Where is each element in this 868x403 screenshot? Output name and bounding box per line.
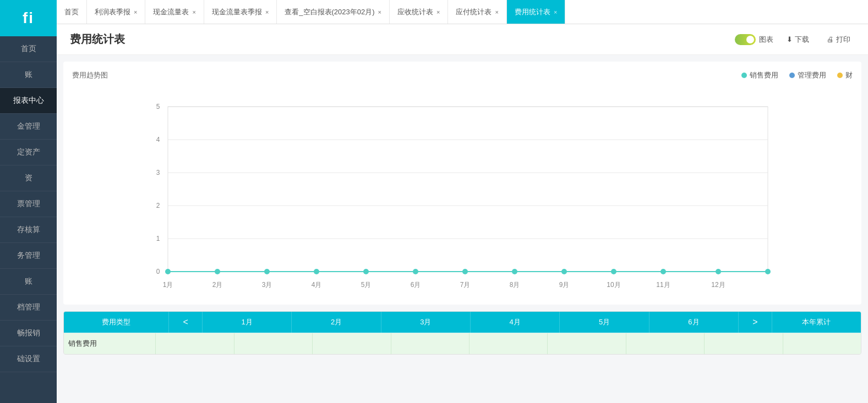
- download-label: 下载: [795, 35, 809, 45]
- svg-text:11月: 11月: [656, 281, 670, 289]
- td-m1: [234, 333, 313, 354]
- chart-svg-wrap: 5 4 3 2 1 0: [72, 85, 853, 296]
- print-button[interactable]: 🖨 打印: [822, 32, 855, 47]
- td-yearly: [783, 333, 861, 354]
- svg-point-24: [716, 269, 721, 274]
- svg-point-14: [215, 269, 220, 274]
- tab-expense[interactable]: 费用统计表 ×: [507, 0, 565, 24]
- legend-admin: 管理费用: [789, 70, 826, 80]
- svg-text:1月: 1月: [163, 281, 173, 289]
- td-m6: [626, 333, 705, 354]
- sidebar-item-assets[interactable]: 定资产: [0, 140, 57, 165]
- svg-text:12月: 12月: [711, 281, 725, 289]
- col-month-6: 6月: [649, 312, 739, 333]
- svg-text:4: 4: [156, 136, 160, 143]
- tab-close-profit-quarter[interactable]: ×: [134, 9, 137, 15]
- svg-text:10月: 10月: [607, 281, 620, 289]
- td-expense-type: 销售费用: [64, 333, 156, 354]
- svg-point-13: [165, 269, 171, 274]
- td-m5: [548, 333, 626, 354]
- sidebar: fi 首页 账 报表中心 金管理 定资产 资 票管理 存核算 务管理 账 档管理…: [0, 0, 57, 403]
- main-area: 首页 利润表季报 × 现金流量表 × 现金流量表季报 × 查看_空白报表(202…: [57, 0, 868, 403]
- svg-point-19: [462, 269, 468, 274]
- col-month-4: 4月: [471, 312, 560, 333]
- tab-cashflow[interactable]: 现金流量表 ×: [145, 0, 204, 24]
- sidebar-logo: fi: [0, 0, 57, 36]
- nav-prev-button[interactable]: <: [169, 312, 203, 333]
- chart-legend: 销售费用 管理费用 财: [741, 70, 853, 80]
- svg-point-16: [314, 269, 319, 274]
- legend-label-sales: 销售费用: [750, 70, 778, 80]
- chart-toggle[interactable]: [735, 34, 756, 45]
- chart-container: 费用趋势图 销售费用 管理费用 财: [63, 62, 861, 305]
- legend-dot-sales: [741, 73, 747, 78]
- sidebar-item-expense[interactable]: 畅报销: [0, 321, 57, 346]
- chart-toggle-label: 图表: [759, 35, 773, 45]
- table-header: 费用类型 < 1月 2月 3月 4月 5月 6月: [64, 312, 861, 333]
- svg-point-15: [264, 269, 270, 274]
- header-actions: 图表 ⬇ 下载 🖨 打印: [735, 32, 855, 47]
- tab-close-blank-report[interactable]: ×: [378, 9, 381, 15]
- sidebar-item-finance[interactable]: 金管理: [0, 114, 57, 140]
- svg-text:0: 0: [156, 268, 160, 275]
- tab-payable[interactable]: 应付统计表 ×: [448, 0, 506, 24]
- sidebar-item-settings[interactable]: 础设置: [0, 346, 57, 372]
- tab-profit-quarter[interactable]: 利润表季报 ×: [87, 0, 145, 24]
- chart-header: 费用趋势图 销售费用 管理费用 财: [72, 70, 853, 80]
- page-header: 费用统计表 图表 ⬇ 下载 🖨 打印: [57, 24, 868, 55]
- trend-chart: 5 4 3 2 1 0: [72, 85, 853, 294]
- svg-point-18: [413, 269, 418, 274]
- tab-close-cashflow[interactable]: ×: [192, 9, 195, 15]
- tab-close-receivable[interactable]: ×: [436, 9, 440, 15]
- svg-point-21: [561, 269, 567, 274]
- sidebar-item-archive[interactable]: 档管理: [0, 295, 57, 321]
- tab-cashflow-quarter[interactable]: 现金流量表季报 ×: [204, 0, 277, 24]
- svg-text:3: 3: [156, 169, 160, 176]
- nav-next-button[interactable]: >: [739, 312, 772, 333]
- tab-close-cashflow-quarter[interactable]: ×: [265, 9, 269, 15]
- sidebar-item-bills[interactable]: 票管理: [0, 191, 57, 217]
- expense-table: 费用类型 < 1月 2月 3月 4月 5月 6月: [63, 311, 861, 355]
- sidebar-item-funds[interactable]: 资: [0, 165, 57, 191]
- tab-close-payable[interactable]: ×: [495, 9, 498, 15]
- legend-sales: 销售费用: [741, 70, 778, 80]
- sidebar-item-services[interactable]: 务管理: [0, 243, 57, 269]
- page-title: 费用统计表: [70, 32, 125, 47]
- td-m1-nav: [156, 333, 234, 354]
- td-nav-next: [705, 333, 783, 354]
- sidebar-item-account[interactable]: 账: [0, 62, 57, 88]
- sidebar-item-reports[interactable]: 报表中心: [0, 88, 57, 114]
- legend-label-admin: 管理费用: [798, 70, 826, 80]
- svg-point-23: [660, 269, 666, 274]
- chart-title: 费用趋势图: [72, 70, 108, 80]
- tab-bar: 首页 利润表季报 × 现金流量表 × 现金流量表季报 × 查看_空白报表(202…: [57, 0, 868, 24]
- tab-blank-report[interactable]: 查看_空白报表(2023年02月) ×: [277, 0, 390, 24]
- col-expense-type: 费用类型: [64, 312, 169, 333]
- legend-label-finance: 财: [845, 70, 853, 80]
- svg-text:2: 2: [156, 202, 160, 209]
- tab-home[interactable]: 首页: [57, 0, 87, 24]
- print-icon: 🖨: [827, 35, 834, 43]
- svg-rect-12: [168, 107, 768, 272]
- tab-close-expense[interactable]: ×: [554, 9, 557, 15]
- svg-text:5: 5: [156, 103, 160, 111]
- svg-point-17: [363, 269, 369, 274]
- legend-dot-finance: [837, 73, 843, 78]
- legend-dot-admin: [789, 73, 795, 78]
- download-button[interactable]: ⬇ 下载: [782, 32, 814, 47]
- svg-text:3月: 3月: [262, 281, 272, 289]
- svg-text:2月: 2月: [212, 281, 223, 289]
- svg-point-25: [765, 269, 771, 274]
- td-m4: [470, 333, 548, 354]
- col-month-2: 2月: [292, 312, 381, 333]
- tab-receivable[interactable]: 应收统计表 ×: [390, 0, 448, 24]
- sidebar-item-ledger[interactable]: 账: [0, 269, 57, 295]
- sidebar-item-inventory[interactable]: 存核算: [0, 217, 57, 243]
- col-month-5: 5月: [560, 312, 649, 333]
- sidebar-item-home[interactable]: 首页: [0, 36, 57, 62]
- svg-text:8月: 8月: [510, 281, 520, 289]
- content-area: 费用统计表 图表 ⬇ 下载 🖨 打印 费用趋势图: [57, 24, 868, 403]
- col-month-1: 1月: [203, 312, 292, 333]
- svg-point-20: [512, 269, 517, 274]
- chart-toggle-wrap: 图表: [735, 34, 773, 45]
